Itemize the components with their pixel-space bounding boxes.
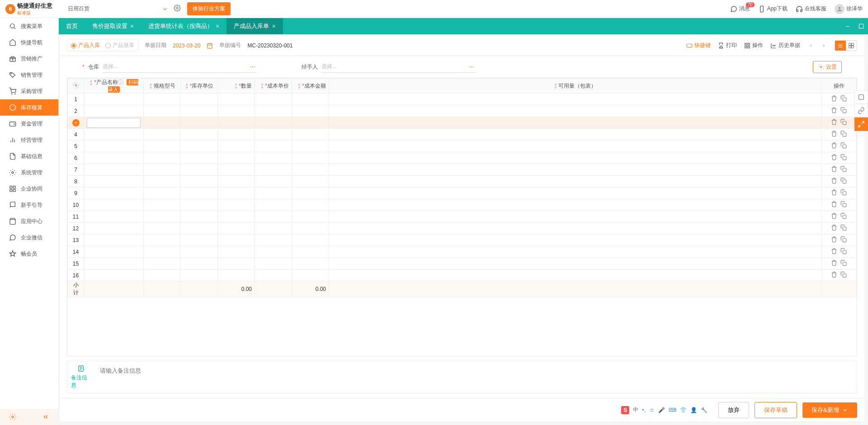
- delete-icon[interactable]: [831, 248, 837, 254]
- sidebar-item-12[interactable]: 应用中心: [0, 213, 58, 229]
- ime-user-icon[interactable]: 👤: [690, 407, 697, 413]
- copy-icon[interactable]: [840, 166, 847, 172]
- tab-menu[interactable]: [854, 23, 868, 29]
- dock-expand[interactable]: [854, 117, 868, 131]
- tab-minimize[interactable]: ─: [841, 23, 854, 29]
- shortcut-button[interactable]: 快捷键: [686, 42, 711, 49]
- sidebar-item-11[interactable]: 新手引导: [0, 197, 58, 213]
- table-row[interactable]: 16: [68, 270, 857, 281]
- radio-product-out[interactable]: 产品退库: [105, 42, 134, 49]
- delete-icon[interactable]: [831, 213, 837, 219]
- table-row[interactable]: 5: [68, 140, 857, 152]
- delete-icon[interactable]: [831, 189, 837, 196]
- sidebar-item-5[interactable]: 库存核算: [0, 99, 58, 116]
- table-row[interactable]: 13: [68, 234, 857, 246]
- copy-icon[interactable]: [840, 236, 847, 243]
- col-price[interactable]: ▲▼*成本单价: [255, 79, 292, 93]
- cta-button[interactable]: 体验行业方案: [187, 2, 231, 15]
- category-settings-icon[interactable]: [174, 5, 181, 13]
- view-list[interactable]: [835, 41, 846, 51]
- copy-icon[interactable]: [840, 95, 847, 102]
- col-available[interactable]: ▲▼可用量（包装）: [329, 79, 821, 93]
- copy-icon[interactable]: [840, 271, 847, 278]
- collapse-icon[interactable]: [42, 413, 49, 420]
- print-button[interactable]: 打印: [718, 42, 737, 49]
- copy-icon[interactable]: [840, 189, 847, 196]
- copy-icon[interactable]: [840, 107, 847, 113]
- product-name-input[interactable]: [87, 118, 141, 128]
- handler-select[interactable]: 选择... ⋯: [321, 61, 475, 73]
- table-row[interactable]: 9: [68, 187, 857, 199]
- operate-button[interactable]: 操作: [744, 42, 763, 49]
- delete-icon[interactable]: [831, 224, 837, 231]
- sidebar-item-0[interactable]: 搜索菜单: [0, 18, 58, 34]
- close-icon[interactable]: ×: [130, 23, 134, 30]
- sidebar-item-14[interactable]: 畅会员: [0, 246, 58, 262]
- table-row[interactable]: 7: [68, 164, 857, 176]
- delete-icon[interactable]: [831, 154, 837, 160]
- sidebar-item-8[interactable]: 基础信息: [0, 148, 58, 164]
- sidebar-item-9[interactable]: 系统管理: [0, 164, 58, 181]
- delete-icon[interactable]: [831, 201, 837, 207]
- discard-button[interactable]: 放弃: [718, 402, 749, 418]
- copy-icon[interactable]: [840, 119, 847, 125]
- delete-icon[interactable]: [831, 131, 837, 137]
- delete-icon[interactable]: [831, 107, 837, 113]
- copy-icon[interactable]: [840, 260, 847, 266]
- sidebar-item-13[interactable]: 企业微信: [0, 229, 58, 246]
- col-amount[interactable]: ▲▼*成本金额: [292, 79, 329, 93]
- copy-icon[interactable]: [840, 131, 847, 137]
- sidebar-item-4[interactable]: 采购管理: [0, 83, 58, 99]
- table-row[interactable]: 11: [68, 211, 857, 223]
- sidebar-item-7[interactable]: 经营管理: [0, 132, 58, 148]
- copy-icon[interactable]: [840, 224, 847, 231]
- copy-icon[interactable]: [840, 213, 847, 219]
- table-row[interactable]: 15: [68, 258, 857, 270]
- history-button[interactable]: 历史单据: [770, 42, 800, 49]
- col-config[interactable]: [68, 79, 84, 93]
- close-icon[interactable]: ×: [272, 23, 275, 30]
- save-new-button[interactable]: 保存&新增: [802, 402, 857, 418]
- table-row[interactable]: 2: [68, 105, 857, 117]
- ime-lang-icon[interactable]: 中: [633, 406, 638, 414]
- col-product-name[interactable]: ▲▼*产品名称ⓘ 扫码录入: [84, 79, 144, 93]
- online-service-button[interactable]: 在线客服: [796, 5, 826, 13]
- delete-icon[interactable]: [831, 271, 837, 278]
- delete-icon[interactable]: [831, 95, 837, 102]
- messages-button[interactable]: 消息 70: [730, 5, 750, 13]
- warehouse-select[interactable]: 选择... ⋯: [103, 61, 256, 73]
- col-unit[interactable]: ▲▼*库存单位: [181, 79, 218, 93]
- add-row-button[interactable]: +: [72, 119, 80, 126]
- delete-icon[interactable]: [831, 177, 837, 184]
- sidebar-item-10[interactable]: 企业协同: [0, 181, 58, 197]
- next-icon[interactable]: [821, 42, 827, 49]
- close-icon[interactable]: ×: [216, 23, 219, 30]
- ime-dot-icon[interactable]: •,: [642, 407, 646, 413]
- tab-0[interactable]: 首页: [59, 18, 85, 34]
- ime-mic-icon[interactable]: 🎤: [658, 407, 665, 413]
- delete-icon[interactable]: [831, 142, 837, 149]
- radio-product-in[interactable]: 产品入库: [71, 42, 100, 49]
- delete-icon[interactable]: [831, 260, 837, 266]
- copy-icon[interactable]: [840, 142, 847, 149]
- ime-smile-icon[interactable]: ☺: [649, 407, 655, 413]
- view-card[interactable]: [846, 41, 857, 51]
- tab-1[interactable]: 售价提取设置×: [85, 18, 141, 34]
- col-qty[interactable]: ▲▼*数量: [218, 79, 255, 93]
- table-row[interactable]: 8: [68, 176, 857, 187]
- sidebar-item-1[interactable]: 快捷导航: [0, 34, 58, 51]
- ime-sogou-icon[interactable]: S: [621, 406, 629, 414]
- copy-icon[interactable]: [840, 201, 847, 207]
- sidebar-item-6[interactable]: 资金管理: [0, 116, 58, 132]
- sidebar-item-3[interactable]: 销售管理: [0, 67, 58, 83]
- ime-keyboard-icon[interactable]: ⌨: [669, 407, 676, 413]
- delete-icon[interactable]: [831, 236, 837, 243]
- calendar-icon[interactable]: [207, 42, 213, 49]
- table-row[interactable]: 12: [68, 223, 857, 234]
- dock-link[interactable]: [854, 104, 868, 117]
- table-row[interactable]: 6: [68, 152, 857, 164]
- app-download-button[interactable]: App下载: [758, 5, 788, 13]
- copy-icon[interactable]: [840, 248, 847, 254]
- col-model[interactable]: ▲▼规格型号: [144, 79, 181, 93]
- ime-tool-icon[interactable]: 🔧: [701, 407, 708, 413]
